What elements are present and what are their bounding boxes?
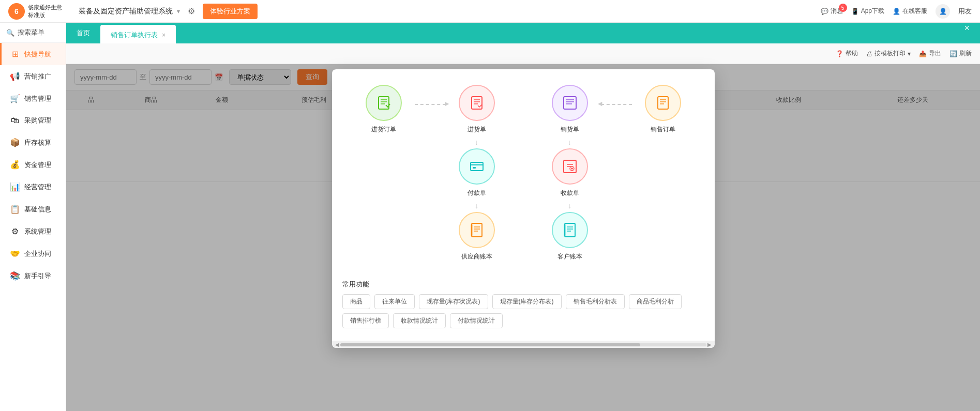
- flow-node-sales-order[interactable]: 销售订单: [632, 85, 694, 134]
- func-btn-goods-profit[interactable]: 商品毛利分析: [629, 294, 682, 309]
- main-area: 🔍 搜索菜单 ⊞ 快捷导航 📢 营销推广 🛒 销售管理 🛍 采购管理 📦: [0, 23, 980, 411]
- settings-icon[interactable]: ⚙: [184, 4, 199, 19]
- flow-node-sales-bill[interactable]: 销货单: [539, 85, 601, 134]
- flow-row-4-arrows: ↓ ↓: [353, 202, 694, 210]
- flow-node-purchase-bill[interactable]: 进货单: [446, 85, 508, 134]
- scroll-left-arrow[interactable]: ◀: [334, 342, 340, 347]
- func-btn-partners[interactable]: 往来单位: [374, 294, 415, 309]
- sales-bill-label: 销货单: [561, 125, 579, 134]
- svg-rect-12: [658, 97, 668, 109]
- export-action[interactable]: 📤 导出: [919, 49, 941, 58]
- help-action[interactable]: ❓ 帮助: [836, 49, 858, 58]
- sidebar-item-newbie[interactable]: 📚 新手引导: [0, 265, 66, 287]
- supplier-ledger-label: 供应商账本: [461, 252, 492, 261]
- v-arrow-payment: ↓: [446, 202, 508, 210]
- print-action[interactable]: 🖨 按模板打印 ▾: [866, 49, 911, 58]
- print-dropdown-icon: ▾: [908, 50, 911, 57]
- flow-node-customer-ledger[interactable]: 客户账本: [539, 212, 601, 261]
- supplier-ledger-icon: [469, 222, 485, 238]
- svg-rect-18: [473, 167, 476, 169]
- online-service-action[interactable]: 👤 在线客服: [893, 7, 927, 16]
- main-page-content: ❓ 帮助 🖨 按模板打印 ▾ 📤 导出 🔄 刷新: [66, 43, 980, 411]
- logo-icon: 6: [8, 3, 25, 20]
- sidebar-item-inventory[interactable]: 📦 库存核算: [0, 131, 66, 154]
- sidebar-item-sales[interactable]: 🛒 销售管理: [0, 87, 66, 110]
- marketing-icon: 📢: [10, 71, 20, 81]
- trial-button[interactable]: 体验行业方案: [203, 4, 258, 19]
- operations-icon: 📊: [10, 182, 20, 192]
- func-btn-sales-rank[interactable]: 销售排行榜: [342, 313, 389, 328]
- sales-bill-icon: [562, 95, 578, 111]
- dropdown-arrow[interactable]: ▾: [177, 8, 180, 15]
- flow-area: 进货订单 ▶: [332, 69, 715, 280]
- message-action[interactable]: 💬 消息 5: [821, 7, 843, 16]
- flow-node-supplier-ledger[interactable]: 供应商账本: [446, 212, 508, 261]
- sidebar-item-marketing[interactable]: 📢 营销推广: [0, 65, 66, 87]
- scrollbar-thumb: [340, 343, 641, 346]
- func-btn-payments-stats[interactable]: 付款情况统计: [450, 313, 503, 328]
- enterprise-icon: 🤝: [10, 249, 20, 258]
- svg-rect-29: [564, 224, 566, 236]
- logo-text: 畅康通好生意 标准版: [28, 4, 62, 19]
- sales-icon: 🛒: [10, 94, 20, 103]
- quick-nav-icon: ⊞: [10, 49, 20, 59]
- sidebar-item-basic-info[interactable]: 📋 基础信息: [0, 198, 66, 220]
- payment-label: 付款单: [468, 189, 486, 197]
- flow-node-payment[interactable]: 付款单: [446, 148, 508, 197]
- payment-icon: [469, 158, 485, 175]
- sidebar-item-purchase[interactable]: 🛍 采购管理: [0, 110, 66, 131]
- tab-sales-order[interactable]: 销售订单执行表 ×: [100, 25, 176, 45]
- scroll-right-arrow[interactable]: ▶: [706, 342, 713, 347]
- sidebar-item-quick-nav[interactable]: ⊞ 快捷导航: [0, 43, 66, 65]
- purchase-order-label: 进货订单: [371, 125, 396, 134]
- sidebar: 🔍 搜索菜单 ⊞ 快捷导航 📢 营销推广 🛒 销售管理 🛍 采购管理 📦: [0, 23, 66, 411]
- inventory-icon: 📦: [10, 138, 20, 147]
- func-btn-receipts-stats[interactable]: 收款情况统计: [393, 313, 446, 328]
- purchase-bill-circle: [459, 85, 495, 121]
- func-buttons-row2: 销售排行榜 收款情况统计 付款情况统计: [342, 313, 704, 328]
- svg-rect-23: [472, 223, 482, 237]
- scrollbar-track[interactable]: [340, 343, 706, 346]
- sidebar-item-enterprise[interactable]: 🤝 企业协同: [0, 242, 66, 265]
- tab-close-icon[interactable]: ×: [162, 32, 165, 39]
- func-buttons-row1: 商品 往来单位 现存量(库存状况表) 现存量(库存分布表) 销售毛利分析表 商品…: [342, 294, 704, 309]
- sidebar-item-finance[interactable]: 💰 资金管理: [0, 154, 66, 176]
- finance-icon: 💰: [10, 160, 20, 170]
- func-btn-inventory-dist[interactable]: 现存量(库存分布表): [492, 294, 562, 309]
- newbie-icon: 📚: [10, 271, 20, 281]
- purchase-order-circle: [366, 85, 402, 121]
- header-left: 6 畅康通好生意 标准版 装备及固定资产辅助管理系统 ▾ ⚙ 体验行业方案: [8, 3, 258, 20]
- app-icon: 📱: [851, 8, 859, 15]
- window-close-button[interactable]: ×: [960, 23, 974, 43]
- func-btn-goods[interactable]: 商品: [342, 294, 370, 309]
- svg-rect-28: [565, 223, 575, 237]
- content-area: 首页 销售订单执行表 × × ❓ 帮助 🖨: [66, 23, 980, 411]
- sidebar-item-system[interactable]: ⚙ 系统管理: [0, 220, 66, 242]
- modal-box: 进货订单 ▶: [332, 69, 715, 348]
- flow-node-receipt[interactable]: 收款单: [539, 148, 601, 197]
- func-btn-sales-profit-table[interactable]: 销售毛利分析表: [566, 294, 625, 309]
- user-name[interactable]: 用友: [958, 7, 972, 16]
- sidebar-search[interactable]: 🔍 搜索菜单: [0, 23, 66, 43]
- arrow-2: ◀: [601, 104, 632, 115]
- common-funcs-title: 常用功能: [342, 280, 704, 289]
- svg-rect-8: [564, 97, 576, 109]
- svg-rect-4: [472, 97, 482, 109]
- func-btn-inventory-status[interactable]: 现存量(库存状况表): [419, 294, 488, 309]
- modal-overlay[interactable]: 进货订单 ▶: [66, 64, 980, 411]
- tab-home[interactable]: 首页: [66, 23, 100, 43]
- sales-order-icon: [655, 95, 671, 111]
- purchase-bill-label: 进货单: [468, 125, 486, 134]
- refresh-action[interactable]: 🔄 刷新: [949, 49, 972, 58]
- sales-bill-circle: [552, 85, 588, 121]
- app-download-action[interactable]: 📱 App下载: [851, 7, 884, 16]
- sidebar-item-operations[interactable]: 📊 经营管理: [0, 176, 66, 198]
- logo-area: 6 畅康通好生意 标准版: [8, 3, 74, 20]
- flow-node-purchase-order[interactable]: 进货订单: [353, 85, 415, 134]
- top-header: 6 畅康通好生意 标准版 装备及固定资产辅助管理系统 ▾ ⚙ 体验行业方案 💬 …: [0, 0, 980, 23]
- purchase-icon: 🛍: [10, 116, 20, 125]
- arrow-1: ▶: [415, 104, 446, 115]
- app-container: 6 畅康通好生意 标准版 装备及固定资产辅助管理系统 ▾ ⚙ 体验行业方案 💬 …: [0, 0, 980, 411]
- system-icon: ⚙: [10, 226, 20, 236]
- help-icon: ❓: [836, 50, 843, 57]
